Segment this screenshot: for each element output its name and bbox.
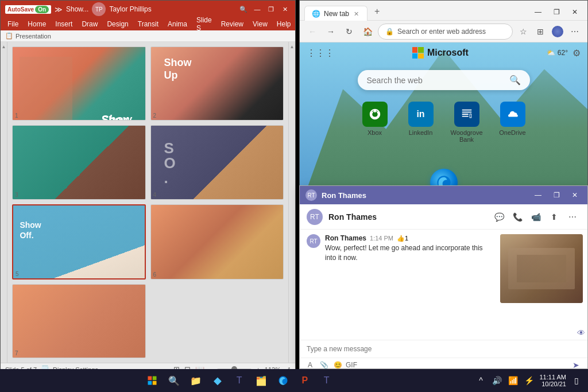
show-desktop-icon[interactable]: ▯	[570, 374, 583, 387]
tray-network-icon[interactable]: 📶	[506, 374, 520, 387]
menu-file[interactable]: File	[3, 19, 23, 29]
menu-home[interactable]: Home	[23, 19, 51, 29]
taskbar-datetime[interactable]: 11:11 AM 10/20/21	[540, 374, 566, 387]
taskbar: 🔍 📁 ◆ T 🗂️ P T ^ 🔊 📶 ⚡ 11:11 AM 10/20/21…	[0, 369, 588, 392]
teams-window: RT Ron Thames — ❐ ✕ RT Ron Thames 💬 📞 📹 …	[299, 185, 588, 369]
collections-icon[interactable]: ⊞	[532, 24, 548, 40]
shortcut-onedrive[interactable]: OneDrive	[496, 102, 530, 143]
ppt-content: ▲ Show. 1 ShowUp 2	[1, 42, 295, 363]
menu-anima[interactable]: Anima	[163, 19, 192, 29]
profile-icon[interactable]	[550, 24, 566, 40]
taskbar-office[interactable]: ◆	[208, 371, 227, 390]
tray-battery-icon[interactable]: ⚡	[523, 374, 536, 387]
address-text: Search or enter web address	[397, 28, 505, 36]
teams-more-icon[interactable]: ⋯	[564, 209, 581, 225]
edge-minimize-button[interactable]: —	[530, 6, 546, 18]
svg-rect-3	[153, 381, 157, 385]
taskbar-teams2[interactable]: T	[318, 371, 336, 390]
shortcut-linkedin[interactable]: in LinkedIn	[404, 102, 438, 143]
search-input[interactable]	[367, 76, 505, 85]
favorites-icon[interactable]: ☆	[515, 24, 531, 40]
slide-thumb-2[interactable]: ShowUp 2	[150, 46, 284, 121]
ppt-search-icon[interactable]: 🔍	[238, 3, 249, 15]
edge-tab-label: New tab	[324, 10, 349, 18]
slide-1-preview: Show.	[13, 47, 145, 121]
xbox-label: Xbox	[368, 129, 382, 136]
slide-thumb-3[interactable]: 11 3	[12, 125, 146, 199]
refresh-button[interactable]: ↻	[341, 24, 357, 40]
newtab-settings-icon[interactable]: ⚙	[572, 48, 581, 59]
teams-close-button[interactable]: ✕	[568, 188, 582, 202]
slide-thumb-7[interactable]: 7	[12, 284, 146, 358]
taskbar-date-display: 10/20/21	[540, 381, 566, 387]
menu-design[interactable]: Design	[102, 19, 133, 29]
ppt-minimize-button[interactable]: —	[252, 3, 263, 15]
menu-draw[interactable]: Draw	[77, 19, 102, 29]
teams-chat-avatar: RT	[307, 209, 323, 225]
teams-chat-body: RT Ron Thames 1:14 PM 👍1 Wow, perfect! L…	[300, 230, 587, 340]
edge-new-tab-button[interactable]: +	[370, 3, 384, 20]
slide-num-4: 4	[153, 192, 157, 198]
tray-expand-icon[interactable]: ^	[474, 374, 488, 387]
search-bar[interactable]: 🔍	[358, 70, 530, 90]
slide-thumb-4[interactable]: SO. 4	[150, 125, 284, 199]
tray-volume-icon[interactable]: 🔊	[490, 374, 504, 387]
expand-icon[interactable]: ≫	[55, 5, 63, 14]
taskbar-explorer[interactable]: 📁	[187, 371, 205, 390]
teams-chat-icon[interactable]: 💬	[491, 209, 507, 225]
lock-icon: 🔒	[385, 28, 394, 36]
ppt-titlebar: AutoSave On ≫ Show... TP Taylor Phillips…	[1, 1, 295, 18]
slide-5-preview: ShowOff.	[13, 205, 145, 280]
teams-msg-avatar: RT	[307, 234, 320, 248]
menu-view[interactable]: View	[248, 19, 272, 29]
teams-restore-button[interactable]: ❐	[550, 188, 563, 202]
edge-close-button[interactable]: ✕	[567, 6, 583, 18]
teams-video-icon[interactable]: 📹	[528, 209, 544, 225]
teams-image-preview: 👁	[496, 230, 587, 340]
slide-thumb-5[interactable]: ShowOff. 5	[12, 204, 146, 280]
teams-msg-meta: Ron Thames 1:14 PM 👍1	[325, 234, 489, 242]
ppt-close-button[interactable]: ✕	[279, 3, 291, 15]
edge-toolbar: ← → ↻ 🏠 🔒 Search or enter web address ☆ …	[300, 21, 587, 42]
teams-minimize-button[interactable]: —	[531, 188, 545, 202]
slide-7-preview	[13, 285, 145, 358]
taskbar-search[interactable]: 🔍	[165, 371, 183, 390]
search-button[interactable]: 🔍	[509, 75, 521, 86]
ms-apps-icon[interactable]: ⋮⋮⋮	[307, 48, 334, 59]
teams-message-input[interactable]	[300, 340, 587, 358]
home-button[interactable]: 🏠	[359, 24, 376, 40]
edge-tab-new[interactable]: 🌐 New tab ✕	[304, 6, 368, 21]
address-bar[interactable]: 🔒 Search or enter web address	[378, 24, 513, 40]
teams-call-icon[interactable]: 📞	[509, 209, 525, 225]
vertical-scrollbar-left[interactable]: ▲	[1, 42, 7, 363]
vertical-scrollbar-right[interactable]: ▲	[288, 42, 295, 363]
autosave-toggle[interactable]: On	[35, 6, 49, 13]
edge-tab-close[interactable]: ✕	[353, 10, 360, 18]
settings-icon[interactable]: ⋯	[567, 24, 583, 40]
slide-2-preview: ShowUp	[151, 47, 284, 121]
menu-review[interactable]: Review	[216, 19, 248, 29]
taskbar-edge[interactable]	[274, 371, 292, 390]
shortcut-xbox[interactable]: Xbox	[358, 102, 392, 143]
menu-help[interactable]: Help	[272, 19, 296, 29]
forward-button[interactable]: →	[323, 24, 339, 40]
onedrive-icon	[500, 102, 525, 127]
slide-6-preview: Show.	[151, 205, 284, 280]
shortcut-woodgrove[interactable]: Woodgrove Bank	[450, 102, 484, 143]
slide-thumb-1[interactable]: Show. 1	[12, 46, 146, 121]
teams-screen-share-icon[interactable]: ⬆	[546, 209, 562, 225]
taskbar-teams[interactable]: T	[230, 371, 249, 390]
teams-eye-icon[interactable]: 👁	[577, 328, 585, 337]
weather-widget[interactable]: ⛅ 62°	[547, 49, 568, 57]
linkedin-icon: in	[408, 102, 434, 127]
slide-thumb-6[interactable]: Show. 6	[150, 204, 284, 280]
taskbar-ppt[interactable]: P	[296, 371, 314, 390]
start-button[interactable]	[143, 371, 161, 390]
taskbar-files[interactable]: 🗂️	[252, 371, 270, 390]
menu-transit[interactable]: Transit	[133, 19, 163, 29]
ppt-restore-button[interactable]: ❐	[265, 3, 277, 15]
menu-insert[interactable]: Insert	[51, 19, 77, 29]
back-button[interactable]: ←	[304, 24, 320, 40]
edge-restore-button[interactable]: ❐	[548, 6, 564, 18]
svg-rect-1	[153, 377, 157, 381]
